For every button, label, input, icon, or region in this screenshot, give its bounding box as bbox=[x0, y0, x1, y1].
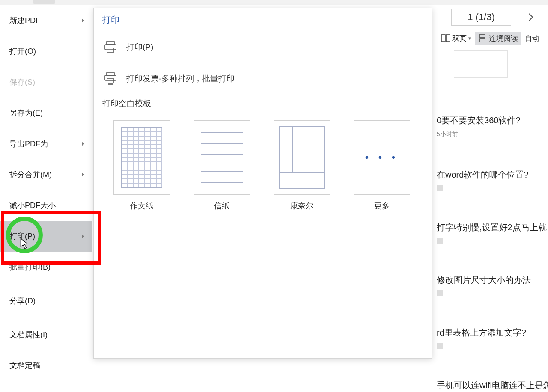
menu-share[interactable]: 分享(D) bbox=[0, 282, 92, 319]
svg-rect-4 bbox=[105, 75, 116, 80]
svg-rect-10 bbox=[480, 34, 485, 38]
menu-label: 拆分合并(M) bbox=[9, 169, 52, 180]
view-mode-toolbar: 双页 ▾ 连境阅读 自动 bbox=[438, 30, 548, 46]
menu-new-pdf[interactable]: 新建PDF bbox=[0, 5, 92, 36]
svg-rect-5 bbox=[107, 79, 114, 83]
article-title: 打字特别慢,设置好2点马上就 bbox=[437, 222, 548, 233]
view-label: 自动 bbox=[525, 33, 539, 43]
menu-label: 文档属性(I) bbox=[9, 330, 48, 340]
next-page-button[interactable] bbox=[523, 9, 539, 26]
menu-label: 另存为(E) bbox=[9, 108, 43, 118]
badge-icon bbox=[437, 185, 443, 191]
svg-rect-9 bbox=[446, 35, 450, 42]
right-panel: 1 (1/3) 双页 ▾ 连境阅读 自动 0要不要安装360软件? 5小时前 在… bbox=[432, 5, 548, 392]
svg-rect-1 bbox=[105, 45, 116, 50]
chevron-right-icon bbox=[82, 172, 84, 177]
svg-rect-8 bbox=[441, 35, 445, 42]
menu-label: 新建PDF bbox=[9, 15, 40, 26]
menu-label: 批量打印(B) bbox=[9, 262, 51, 272]
menu-batch-print[interactable]: 批量打印(B) bbox=[0, 252, 92, 282]
template-thumbnail: • • • bbox=[354, 120, 410, 195]
menu-finalize[interactable]: 文档定稿 bbox=[0, 350, 92, 381]
tab-strip bbox=[0, 0, 548, 5]
chevron-right-icon bbox=[82, 142, 84, 146]
menu-save: 保存(S) bbox=[0, 67, 92, 98]
sidebar-article-list: 0要不要安装360软件? 5小时前 在word软件的哪个位置? 打字特别慢,设置… bbox=[434, 115, 548, 391]
menu-label: 减小PDF大小 bbox=[9, 200, 56, 211]
menu-save-as[interactable]: 另存为(E) bbox=[0, 98, 92, 128]
file-menu-sidebar: 新建PDF 打开(O) 保存(S) 另存为(E) 导出PDF为 拆分合并(M) … bbox=[0, 5, 92, 392]
printer-batch-icon bbox=[103, 71, 118, 86]
print-invoice-label: 打印发票-多种排列，批量打印 bbox=[126, 73, 235, 84]
template-row: 作文纸 信纸 康奈尔 • • • 更多 bbox=[94, 116, 432, 211]
dropdown-icon: ▾ bbox=[468, 36, 471, 41]
badge-icon bbox=[437, 290, 443, 296]
menu-print[interactable]: 打印(P) bbox=[0, 221, 92, 252]
view-label: 连境阅读 bbox=[489, 33, 518, 43]
chevron-right-icon bbox=[82, 18, 84, 23]
templates-header: 打印空白模板 bbox=[94, 95, 432, 116]
menu-split-merge[interactable]: 拆分合并(M) bbox=[0, 159, 92, 190]
printer-icon bbox=[103, 40, 118, 54]
view-continuous[interactable]: 连境阅读 bbox=[475, 32, 521, 45]
template-more[interactable]: • • • 更多 bbox=[354, 120, 410, 211]
list-item[interactable]: 打字特别慢,设置好2点马上就 bbox=[434, 222, 548, 244]
document-thumbnail bbox=[454, 50, 508, 78]
list-item[interactable]: 手机可以连wifi电脑连不上是怎么回事 bbox=[434, 380, 548, 391]
menu-label: 保存(S) bbox=[9, 77, 35, 87]
menu-export-pdf[interactable]: 导出PDF为 bbox=[0, 128, 92, 159]
submenu-title: 打印 bbox=[94, 8, 432, 31]
article-title: 修改图片尺寸大小的办法 bbox=[437, 274, 548, 286]
ellipsis-icon: • • • bbox=[365, 151, 399, 163]
list-item[interactable]: 在word软件的哪个位置? bbox=[434, 169, 548, 191]
article-title: rd里表格上方添加文字? bbox=[437, 327, 548, 339]
menu-label: 分享(D) bbox=[9, 296, 36, 306]
template-thumbnail bbox=[113, 120, 170, 195]
document-tab[interactable] bbox=[33, 0, 55, 4]
view-double-page[interactable]: 双页 ▾ bbox=[438, 32, 474, 45]
lines-thumbnail-icon bbox=[201, 127, 243, 188]
article-title: 在word软件的哪个位置? bbox=[437, 169, 548, 181]
page-navigation: 1 (1/3) bbox=[451, 9, 539, 26]
view-auto[interactable]: 自动 bbox=[522, 32, 542, 45]
menu-open[interactable]: 打开(O) bbox=[0, 36, 92, 67]
badge-icon bbox=[437, 343, 443, 349]
template-label: 康奈尔 bbox=[290, 201, 313, 211]
svg-rect-2 bbox=[107, 48, 114, 52]
article-title: 手机可以连wifi电脑连不上是怎么回事 bbox=[437, 380, 548, 391]
page-indicator[interactable]: 1 (1/3) bbox=[451, 9, 511, 26]
menu-doc-properties[interactable]: 文档属性(I) bbox=[0, 319, 92, 350]
continuous-scroll-icon bbox=[478, 34, 487, 42]
svg-rect-11 bbox=[480, 39, 485, 42]
badge-icon bbox=[437, 238, 443, 244]
list-item[interactable]: 修改图片尺寸大小的办法 bbox=[434, 274, 548, 296]
template-thumbnail bbox=[274, 120, 330, 195]
menu-label: 文档定稿 bbox=[9, 360, 40, 371]
chevron-right-icon bbox=[82, 234, 84, 238]
grid-thumbnail-icon bbox=[121, 127, 162, 188]
list-item[interactable]: rd里表格上方添加文字? bbox=[434, 327, 548, 349]
template-composition[interactable]: 作文纸 bbox=[113, 120, 170, 211]
double-page-icon bbox=[441, 34, 450, 42]
template-cornell[interactable]: 康奈尔 bbox=[274, 120, 330, 211]
template-label: 更多 bbox=[374, 201, 390, 211]
svg-rect-3 bbox=[107, 73, 114, 75]
svg-rect-0 bbox=[107, 42, 114, 45]
view-label: 双页 bbox=[452, 33, 467, 43]
print-invoice-option[interactable]: 打印发票-多种排列，批量打印 bbox=[94, 63, 432, 95]
menu-label: 导出PDF为 bbox=[9, 139, 48, 149]
menu-reduce-size[interactable]: 减小PDF大小 bbox=[0, 190, 92, 221]
article-title: 0要不要安装360软件? bbox=[437, 115, 548, 126]
cornell-thumbnail-icon bbox=[279, 126, 325, 189]
print-submenu-panel: 打印 打印(P) 打印发票-多种排列，批量打印 打印空白模板 作文纸 信纸 bbox=[93, 8, 432, 359]
print-option-label: 打印(P) bbox=[126, 42, 153, 53]
list-item[interactable]: 0要不要安装360软件? 5小时前 bbox=[434, 115, 548, 138]
menu-label: 打开(O) bbox=[9, 46, 36, 56]
menu-label: 打印(P) bbox=[9, 231, 35, 241]
print-option[interactable]: 打印(P) bbox=[94, 31, 432, 63]
template-letter[interactable]: 信纸 bbox=[194, 120, 250, 211]
template-thumbnail bbox=[194, 120, 250, 195]
article-meta: 5小时前 bbox=[437, 131, 548, 138]
template-label: 作文纸 bbox=[130, 201, 153, 211]
template-label: 信纸 bbox=[214, 201, 229, 211]
